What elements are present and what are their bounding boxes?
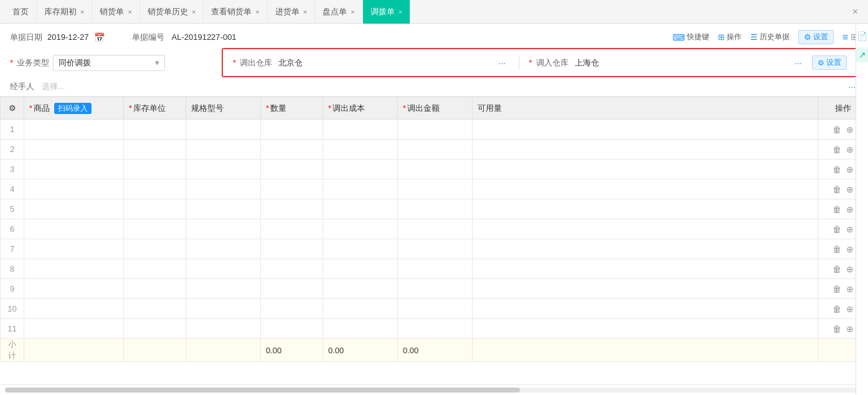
copy-icon[interactable]: ⊕ (846, 164, 854, 174)
copy-icon[interactable]: ⊕ (846, 145, 854, 155)
cell-cost[interactable] (323, 299, 398, 319)
panel-doc-icon[interactable]: 📄 (856, 29, 869, 44)
tab-purchase-close[interactable]: × (303, 8, 307, 16)
person-select[interactable]: 选择... (42, 81, 65, 92)
cell-available[interactable] (473, 279, 818, 299)
operate-button[interactable]: ⊞ 操作 (718, 32, 742, 42)
tab-stocktake[interactable]: 盘点单 × (315, 0, 362, 24)
cell-available[interactable] (473, 319, 818, 339)
cell-unit[interactable] (124, 159, 186, 179)
delete-icon[interactable]: 🗑 (833, 164, 841, 174)
cell-product[interactable] (24, 140, 124, 159)
cell-qty[interactable] (261, 219, 323, 239)
cell-spec[interactable] (186, 259, 261, 279)
tab-inventory-init-close[interactable]: × (80, 8, 84, 16)
cell-amount[interactable] (398, 120, 473, 140)
copy-icon[interactable]: ⊕ (846, 125, 854, 135)
gear-icon[interactable]: ⚙ (9, 103, 16, 113)
delete-icon[interactable]: 🗑 (833, 184, 841, 194)
copy-icon[interactable]: ⊕ (846, 324, 854, 334)
cell-spec[interactable] (186, 239, 261, 259)
setting-button[interactable]: ⚙ 设置 (798, 30, 834, 44)
cell-product[interactable] (24, 179, 124, 199)
copy-icon[interactable]: ⊕ (846, 184, 854, 194)
cell-cost[interactable] (323, 259, 398, 279)
cell-spec[interactable] (186, 319, 261, 339)
cell-spec[interactable] (186, 120, 261, 140)
cell-available[interactable] (473, 199, 818, 219)
cell-unit[interactable] (124, 239, 186, 259)
tab-purchase[interactable]: 进货单 × (268, 0, 315, 24)
cell-available[interactable] (473, 179, 818, 199)
copy-icon[interactable]: ⊕ (846, 304, 854, 314)
cell-product[interactable] (24, 199, 124, 219)
cell-unit[interactable] (124, 319, 186, 339)
cell-spec[interactable] (186, 219, 261, 239)
delete-icon[interactable]: 🗑 (833, 264, 841, 274)
cell-product[interactable] (24, 299, 124, 319)
biz-select[interactable]: 同价调拨 ▾ (53, 55, 165, 71)
shortcut-button[interactable]: ⌨ 快捷键 (672, 32, 709, 42)
tab-transfer-close[interactable]: × (399, 8, 402, 16)
cell-unit[interactable] (124, 140, 186, 159)
delete-icon[interactable]: 🗑 (833, 145, 841, 155)
cell-available[interactable] (473, 239, 818, 259)
cell-product[interactable] (24, 120, 124, 140)
bottom-scrollbar[interactable] (0, 384, 868, 395)
date-value[interactable]: 2019-12-27 (47, 32, 89, 42)
table-container[interactable]: ⚙ *商品 扫码录入 *库存单位 规格型号 *数量 (0, 97, 868, 384)
cell-amount[interactable] (398, 140, 473, 159)
copy-icon[interactable]: ⊕ (846, 224, 854, 234)
delete-icon[interactable]: 🗑 (833, 204, 841, 214)
cell-qty[interactable] (261, 259, 323, 279)
cell-spec[interactable] (186, 159, 261, 179)
delete-icon[interactable]: 🗑 (833, 304, 841, 314)
cell-unit[interactable] (124, 219, 186, 239)
tab-view-sales[interactable]: 查看销货单 × (204, 0, 267, 24)
cell-cost[interactable] (323, 199, 398, 219)
cell-unit[interactable] (124, 259, 186, 279)
cell-amount[interactable] (398, 299, 473, 319)
wh-setting-button[interactable]: ⚙ 设置 (812, 55, 847, 70)
tab-inventory-init[interactable]: 库存期初 × (37, 0, 92, 24)
cell-available[interactable] (473, 140, 818, 159)
history-button[interactable]: ☰ 历史单据 (750, 32, 790, 42)
cell-cost[interactable] (323, 179, 398, 199)
tab-sales-history[interactable]: 销货单历史 × (140, 0, 204, 24)
tab-sales-close[interactable]: × (128, 8, 131, 16)
cell-product[interactable] (24, 279, 124, 299)
delete-icon[interactable]: 🗑 (833, 244, 841, 254)
col-gear[interactable]: ⚙ (1, 97, 24, 120)
cell-cost[interactable] (323, 239, 398, 259)
cell-cost[interactable] (323, 279, 398, 299)
calendar-icon[interactable]: 📅 (94, 32, 105, 42)
cell-qty[interactable] (261, 299, 323, 319)
tab-transfer[interactable]: 调拨单 × (363, 0, 410, 24)
tab-home[interactable]: 首页 (5, 0, 37, 24)
tab-sales[interactable]: 销货单 × (92, 0, 139, 24)
cell-qty[interactable] (261, 319, 323, 339)
cell-cost[interactable] (323, 140, 398, 159)
tab-sales-history-close[interactable]: × (192, 8, 196, 16)
cell-spec[interactable] (186, 299, 261, 319)
cell-spec[interactable] (186, 179, 261, 199)
copy-icon[interactable]: ⊕ (846, 204, 854, 214)
cell-product[interactable] (24, 259, 124, 279)
window-close-button[interactable]: × (847, 6, 863, 17)
cell-unit[interactable] (124, 299, 186, 319)
cell-unit[interactable] (124, 120, 186, 140)
tab-view-sales-close[interactable]: × (255, 8, 259, 16)
copy-icon[interactable]: ⊕ (846, 264, 854, 274)
cell-amount[interactable] (398, 319, 473, 339)
delete-icon[interactable]: 🗑 (833, 125, 841, 135)
cell-spec[interactable] (186, 140, 261, 159)
cell-spec[interactable] (186, 279, 261, 299)
panel-export-icon[interactable]: ↗ (856, 47, 869, 62)
cell-available[interactable] (473, 219, 818, 239)
cell-unit[interactable] (124, 179, 186, 199)
cell-cost[interactable] (323, 219, 398, 239)
cell-amount[interactable] (398, 259, 473, 279)
cell-qty[interactable] (261, 159, 323, 179)
cell-available[interactable] (473, 120, 818, 140)
scrollbar-thumb[interactable] (5, 388, 520, 393)
